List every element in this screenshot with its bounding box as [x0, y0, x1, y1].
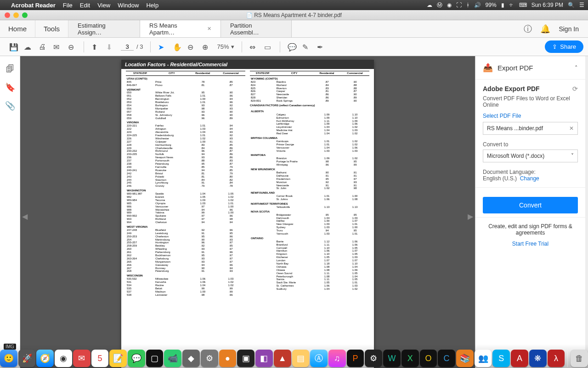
fit-page-icon[interactable]: ▭ [264, 43, 272, 51]
dock-launchpad[interactable]: 🚀 [18, 350, 36, 367]
chevron-up-icon[interactable]: ˄ [575, 64, 578, 71]
cloud-upload-icon[interactable]: ☁︎ [24, 43, 32, 51]
comment-icon[interactable]: 💬 [288, 43, 296, 51]
help-icon[interactable]: ⓘ [524, 23, 532, 34]
status-wifi-icon[interactable]: ᯤ [509, 2, 514, 8]
status-clock[interactable]: Sun 6:39 PM [531, 2, 563, 8]
highlight-icon[interactable]: ✎ [302, 43, 311, 51]
hand-tool-icon[interactable]: ✋ [173, 43, 181, 51]
menu-view[interactable]: View [97, 2, 110, 9]
app-name[interactable]: Acrobat Reader [11, 2, 56, 9]
dock-appstore[interactable]: Ⓐ [310, 350, 328, 367]
sync-icon[interactable]: ⟳ [572, 85, 578, 92]
notifications-icon[interactable]: 🔔 [540, 24, 550, 34]
zoom-out-icon[interactable]: ⊖ [187, 43, 196, 51]
left-sidebar: 🗐 🔖 📎 [0, 56, 20, 368]
dock-c[interactable]: C [438, 350, 455, 367]
document-stage[interactable]: ◀ ▶ Location Factors - Residential/Comme… [20, 56, 475, 368]
status-spotlight-icon[interactable]: 🔍 [568, 2, 575, 8]
bookmark-icon[interactable]: 🔖 [5, 82, 15, 92]
dock-messages[interactable]: 💬 [128, 350, 145, 367]
zoom-in-icon[interactable]: ⊕ [202, 43, 210, 51]
page-number-input[interactable] [121, 43, 134, 51]
dock-teams[interactable]: 👥 [475, 350, 492, 367]
dock-acrobat[interactable]: λ [548, 350, 565, 367]
doc-tab-1[interactable]: RS Means Apartm…✕ [140, 20, 221, 37]
dock-p[interactable]: P [347, 350, 364, 367]
sign-in-link[interactable]: Sign In [559, 25, 579, 33]
nav-tools[interactable]: Tools [35, 20, 68, 37]
dock-trash[interactable]: 🗑 [571, 350, 588, 367]
email-icon[interactable]: ✉ [53, 43, 62, 51]
dock-calendar[interactable]: 5 [91, 350, 109, 367]
dock-o[interactable]: O [420, 350, 437, 367]
selection-tool-icon[interactable]: ➤ [158, 43, 166, 51]
dock-x[interactable]: X [401, 350, 419, 367]
dock-mail[interactable]: ✉ [73, 350, 90, 367]
dock-notes[interactable]: 📝 [109, 350, 127, 367]
format-select[interactable]: Microsoft Word (*.docx) ˅ [483, 150, 578, 162]
dock-app2[interactable]: ⚙ [201, 350, 218, 367]
window-minimize-button[interactable] [13, 12, 19, 18]
dock-finder[interactable]: 🙂 [0, 350, 17, 367]
start-trial-link[interactable]: Start Free Trial [483, 241, 578, 247]
dock-app4[interactable]: ▣ [237, 350, 254, 367]
page-up-icon[interactable]: ⬆ [91, 43, 100, 51]
remove-file-icon[interactable]: ✕ [569, 125, 574, 132]
status-volume-icon[interactable]: 🔊 [474, 2, 481, 8]
zoom-out-find-icon[interactable]: ⊖ [68, 43, 76, 51]
status-menu-icon[interactable]: ☰ [579, 2, 584, 8]
status-battery[interactable]: 99% [486, 2, 497, 8]
dock-app7[interactable]: ❋ [529, 350, 547, 367]
status-shield-icon[interactable]: ◉ [447, 2, 452, 8]
window-zoom-button[interactable] [22, 12, 28, 18]
attachment-icon[interactable]: 📎 [5, 101, 15, 111]
dock-w[interactable]: W [383, 350, 401, 367]
status-m-icon[interactable]: Ⓜ [437, 1, 442, 9]
dock-app5[interactable]: ◧ [255, 350, 273, 367]
print-icon[interactable]: 🖨 [39, 43, 47, 51]
stage-next-icon[interactable]: ▶ [466, 212, 475, 221]
sign-icon[interactable]: ✒ [317, 43, 325, 51]
dock-app6[interactable]: ▲ [274, 350, 291, 367]
export-pdf-header[interactable]: 📤 Export PDF ˄ [475, 56, 585, 80]
dock-safari[interactable]: 🧭 [36, 350, 54, 367]
dock-terminal[interactable]: ▢ [146, 350, 164, 367]
window-close-button[interactable] [5, 12, 10, 18]
menu-file[interactable]: File [63, 2, 73, 9]
zoom-dropdown-icon[interactable]: ▾ [231, 43, 234, 50]
menu-window[interactable]: Window [118, 2, 139, 9]
nav-home[interactable]: Home [0, 20, 35, 37]
dock-app3[interactable]: ● [219, 350, 237, 367]
dock-books[interactable]: 📚 [456, 350, 474, 367]
dock-chrome[interactable]: ◉ [55, 350, 72, 367]
zoom-level[interactable]: 75% [217, 43, 229, 50]
convert-button[interactable]: Convert [483, 197, 578, 213]
doc-tab-0[interactable]: Estimating Assign… [68, 20, 140, 37]
select-file-link[interactable]: Select PDF File [483, 113, 578, 119]
footer-text: Create, edit and sign PDF forms & agreem… [483, 223, 578, 236]
page-down-icon: ⬇ [106, 43, 114, 51]
share-button[interactable]: ⇪ Share [545, 40, 583, 53]
dock-itunes[interactable]: ♫ [328, 350, 346, 367]
status-cloud-icon[interactable]: ☁ [427, 2, 432, 8]
right-scrollbar[interactable] [585, 56, 588, 368]
menu-edit[interactable]: Edit [80, 2, 90, 9]
dock-keynote[interactable]: ▤ [292, 350, 310, 367]
status-keyboard-icon[interactable]: ⌨ [519, 2, 527, 8]
close-tab-icon[interactable]: ✕ [207, 26, 211, 32]
dock-settings[interactable]: ⚙ [365, 350, 382, 367]
dock-skype[interactable]: S [492, 350, 510, 367]
save-icon[interactable]: 💾 [9, 43, 17, 51]
status-screen-icon[interactable]: ⛶ [456, 2, 462, 8]
fit-width-icon[interactable]: ⇔ [249, 43, 258, 51]
menu-help[interactable]: Help [146, 2, 158, 9]
stage-prev-icon[interactable]: ◀ [20, 212, 29, 221]
dock-app1[interactable]: ◆ [182, 350, 200, 367]
doc-tab-2[interactable]: Partition Assembl… [221, 20, 292, 37]
lang-change-link[interactable]: Change [520, 175, 539, 182]
thumbnails-icon[interactable]: 🗐 [6, 64, 14, 74]
dock-facetime[interactable]: 📹 [164, 350, 181, 367]
status-bluetooth-icon[interactable]: ᚼ [466, 2, 469, 8]
dock-autocad[interactable]: A [511, 350, 528, 367]
